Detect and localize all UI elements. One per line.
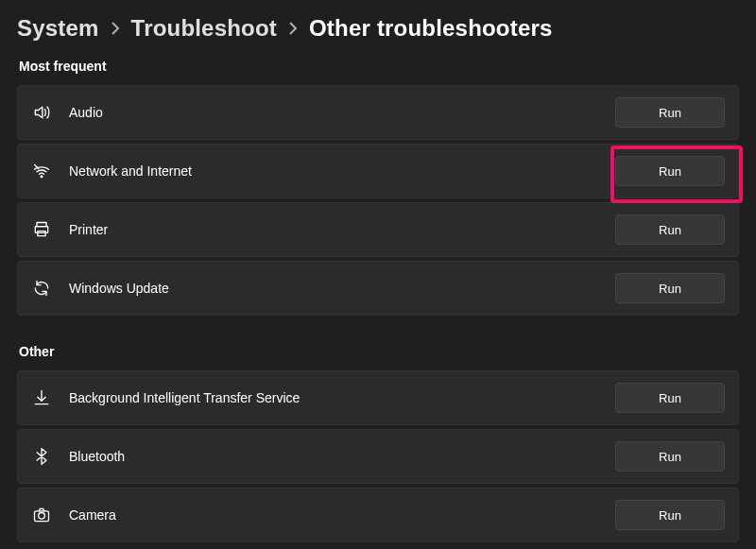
network-icon: [31, 161, 52, 181]
breadcrumb: System Troubleshoot Other troubleshooter…: [17, 15, 739, 42]
troubleshooter-row-bits: Background Intelligent Transfer Service …: [17, 370, 739, 425]
troubleshooter-row-printer: Printer Run: [17, 202, 739, 257]
troubleshooter-row-audio: Audio Run: [17, 85, 739, 140]
troubleshooter-label: Windows Update: [69, 281, 615, 296]
audio-icon: [31, 102, 52, 123]
troubleshooter-label: Bluetooth: [69, 449, 615, 464]
svg-rect-3: [38, 232, 45, 236]
run-button[interactable]: Run: [615, 441, 725, 472]
troubleshooter-label: Printer: [69, 222, 615, 237]
chevron-right-icon: [111, 22, 120, 35]
section-header: Most frequent: [19, 59, 739, 74]
run-button[interactable]: Run: [615, 214, 725, 245]
breadcrumb-item-current: Other troubleshooters: [309, 15, 553, 42]
section-other: Other Background Intelligent Transfer Se…: [17, 344, 739, 542]
troubleshooter-row-network: Network and Internet Run: [17, 144, 739, 198]
camera-icon: [31, 505, 52, 525]
troubleshooter-row-camera: Camera Run: [17, 488, 739, 542]
chevron-right-icon: [288, 22, 298, 35]
section-header: Other: [19, 344, 739, 359]
svg-point-0: [41, 176, 43, 178]
run-button[interactable]: Run: [615, 97, 725, 128]
troubleshooter-label: Background Intelligent Transfer Service: [69, 390, 615, 405]
troubleshooter-list: Audio Run Network and Internet Run Print…: [17, 85, 739, 316]
run-button[interactable]: Run: [615, 156, 725, 186]
section-most-frequent: Most frequent Audio Run Network and Inte…: [17, 59, 739, 316]
troubleshooter-label: Audio: [69, 105, 615, 120]
download-icon: [31, 387, 52, 408]
update-icon: [31, 278, 52, 299]
run-button[interactable]: Run: [615, 383, 725, 413]
bluetooth-icon: [31, 446, 52, 467]
run-button[interactable]: Run: [615, 500, 725, 530]
breadcrumb-item-troubleshoot[interactable]: Troubleshoot: [131, 15, 277, 42]
printer-icon: [31, 219, 52, 240]
troubleshooter-label: Network and Internet: [69, 163, 615, 179]
breadcrumb-item-system[interactable]: System: [17, 15, 99, 42]
run-button[interactable]: Run: [615, 273, 725, 303]
svg-point-5: [39, 513, 45, 520]
troubleshooter-label: Camera: [69, 507, 615, 523]
troubleshooter-row-bluetooth: Bluetooth Run: [17, 429, 739, 484]
troubleshooter-row-update: Windows Update Run: [17, 261, 739, 316]
troubleshooter-list: Background Intelligent Transfer Service …: [17, 370, 739, 542]
